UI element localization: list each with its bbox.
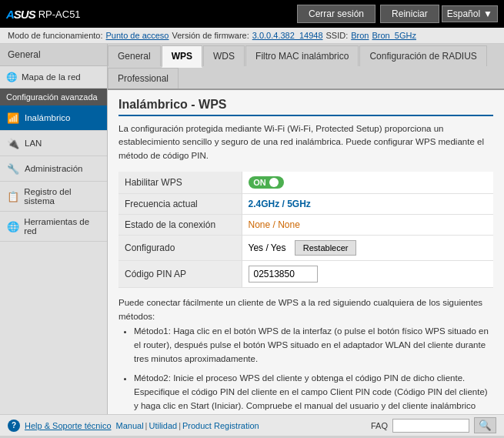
description-text: La configuración protegida mediante Wi-F…	[118, 122, 493, 162]
field-label-frequency: Frecuencia actual	[118, 193, 242, 214]
methods-section: Puede conectar fácilmente un cliente de …	[118, 296, 493, 414]
tab-filtro-mac[interactable]: Filtro MAC inalámbrico	[245, 45, 359, 66]
tab-bar: General WPS WDS Filtro MAC inalámbrico C…	[108, 44, 504, 90]
asus-logo: ASUS	[6, 8, 35, 21]
configured-value: Yes / Yes	[249, 242, 286, 253]
ssid-link-2[interactable]: Bron_5GHz	[372, 31, 416, 40]
frequency-value: 2.4GHz / 5GHz	[249, 199, 311, 209]
field-label-pin: Código PIN AP	[118, 260, 242, 287]
footer: ? Help & Soporte técnico Manual | Utilid…	[0, 414, 504, 436]
methods-list: Método1: Haga clic en el botón WPS de la…	[134, 324, 493, 414]
log-icon: 📋	[6, 189, 19, 203]
utility-link[interactable]: Utilidad	[149, 421, 177, 430]
pin-ap-input[interactable]	[249, 266, 318, 283]
reboot-button[interactable]: Reiniciar	[380, 5, 439, 23]
breadcrumb: Modo de funcionamiento: Punto de acceso …	[0, 28, 504, 44]
search-button[interactable]: 🔍	[474, 417, 496, 433]
content-area: Inalámbrico - WPS La configuración prote…	[108, 90, 504, 414]
ssid-link-1[interactable]: Bron	[351, 31, 369, 40]
chevron-down-icon: ▼	[483, 8, 492, 19]
table-row: Frecuencia actual 2.4GHz / 5GHz	[118, 193, 493, 214]
search-icon: 🔍	[479, 420, 492, 431]
mode-link[interactable]: Punto de acceso	[106, 31, 169, 40]
model-label: RP-AC51	[38, 8, 81, 20]
sidebar-item-admin[interactable]: 🔧 Administración	[0, 156, 107, 182]
tab-wds[interactable]: WDS	[203, 45, 245, 66]
sidebar: General 🌐 Mapa de la red Configuración a…	[0, 44, 108, 414]
sidebar-item-registro[interactable]: 📋 Registro del sistema	[0, 182, 107, 212]
settings-table: Habilitar WPS ON Frecuencia actual 2.4GH…	[118, 172, 493, 288]
table-row: Configurado Yes / Yes Restablecer	[118, 235, 493, 260]
main-content: General WPS WDS Filtro MAC inalámbrico C…	[108, 44, 504, 414]
sidebar-general[interactable]: General	[0, 44, 107, 66]
tab-radius[interactable]: Configuración de RADIUS	[359, 45, 486, 66]
logout-button[interactable]: Cerrar sesión	[297, 5, 375, 23]
tab-professional[interactable]: Professional	[108, 68, 179, 89]
admin-icon: 🔧	[6, 162, 20, 176]
lan-icon: 🔌	[6, 136, 20, 150]
sidebar-advanced-header: Configuración avanzada	[0, 89, 107, 105]
connection-state-value: None / None	[249, 219, 300, 230]
table-row: Habilitar WPS ON	[118, 172, 493, 194]
sidebar-item-inalambrico[interactable]: 📶 Inalámbrico	[0, 105, 107, 131]
firmware-link[interactable]: 3.0.0.4.382_14948	[252, 31, 323, 40]
main-layout: General 🌐 Mapa de la red Configuración a…	[0, 44, 504, 414]
tab-general[interactable]: General	[108, 45, 161, 66]
sidebar-item-lan[interactable]: 🔌 LAN	[0, 131, 107, 156]
field-label-wps-enable: Habilitar WPS	[118, 172, 242, 194]
help-label: Help & Soporte técnico	[25, 421, 112, 430]
field-label-configured: Configurado	[118, 235, 242, 260]
toggle-dot	[269, 178, 279, 187]
help-icon: ?	[8, 420, 20, 432]
methods-intro: Puede conectar fácilmente un cliente de …	[118, 296, 493, 324]
wifi-icon: 📶	[6, 111, 20, 125]
manual-link[interactable]: Manual	[116, 421, 144, 430]
table-row: Código PIN AP	[118, 260, 493, 287]
restore-button[interactable]: Restablecer	[295, 240, 357, 256]
table-row: Estado de la conexión None / None	[118, 214, 493, 235]
footer-search-input[interactable]	[392, 419, 469, 433]
sidebar-item-mapa[interactable]: 🌐 Mapa de la red	[0, 66, 107, 89]
product-registration-link[interactable]: Product Registration	[182, 421, 259, 430]
header: ASUS RP-AC51 Cerrar sesión Reiniciar Esp…	[0, 0, 504, 28]
tools-icon: 🌐	[6, 219, 19, 233]
list-item: Método1: Haga clic en el botón WPS de la…	[134, 324, 493, 366]
network-map-icon: 🌐	[6, 72, 17, 82]
wps-enable-toggle[interactable]: ON	[249, 176, 284, 189]
page-title: Inalámbrico - WPS	[118, 98, 493, 116]
language-selector[interactable]: Español ▼	[442, 5, 498, 22]
field-label-connection-state: Estado de la conexión	[118, 214, 242, 235]
footer-links: Manual | Utilidad | Product Registration	[116, 421, 259, 430]
faq-label: FAQ	[371, 421, 388, 430]
tab-wps[interactable]: WPS	[162, 45, 202, 68]
sidebar-item-herramientas[interactable]: 🌐 Herramientas de red	[0, 212, 107, 242]
list-item: Método2: Inicie el proceso WPS del clien…	[134, 371, 493, 414]
